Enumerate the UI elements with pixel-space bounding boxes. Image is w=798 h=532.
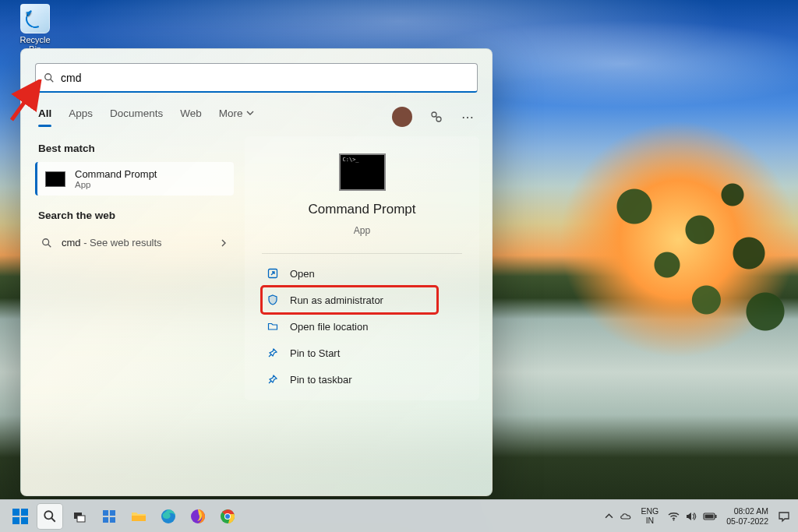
tray-notifications-icon[interactable] (778, 510, 790, 523)
web-result-suffix: - See web results (81, 237, 162, 248)
action-pin-start[interactable]: Pin to Start (262, 340, 462, 366)
svg-rect-24 (715, 515, 717, 518)
taskbar-widgets[interactable] (97, 504, 122, 529)
svg-line-10 (51, 518, 55, 522)
task-view-icon (72, 509, 87, 523)
command-prompt-large-icon (339, 153, 386, 191)
tray-onedrive-icon[interactable] (620, 512, 632, 521)
svg-point-22 (673, 519, 675, 520)
taskbar: ENG IN 08:02 AM 05-07-2022 (0, 499, 798, 532)
pin-icon (267, 373, 279, 386)
svg-rect-12 (77, 516, 85, 522)
tray-battery-icon[interactable] (703, 513, 717, 520)
firefox-icon (190, 509, 206, 524)
clock-date: 05-07-2022 (726, 516, 768, 527)
rewards-icon[interactable] (429, 110, 443, 124)
action-open-location-label: Open file location (290, 321, 368, 333)
action-run-admin[interactable]: Run as administrator (262, 287, 437, 313)
edge-icon (161, 509, 176, 524)
svg-line-7 (48, 244, 51, 247)
svg-line-2 (51, 79, 54, 82)
web-result[interactable]: cmd - See web results (35, 229, 234, 256)
action-open-location[interactable]: Open file location (262, 313, 462, 340)
action-pin-taskbar-label: Pin to taskbar (290, 374, 352, 386)
best-match-kind: App (75, 180, 157, 189)
pin-icon (267, 347, 279, 359)
action-run-admin-label: Run as administrator (290, 294, 383, 306)
tab-documents[interactable]: Documents (110, 107, 163, 127)
lang-top: ENG (641, 507, 659, 516)
svg-rect-14 (110, 510, 115, 516)
tab-more[interactable]: More (219, 107, 254, 127)
tray-clock[interactable]: 08:02 AM 05-07-2022 (726, 506, 768, 526)
search-input[interactable] (61, 72, 469, 84)
tray-chevron-icon[interactable] (605, 512, 613, 520)
taskbar-file-explorer[interactable] (126, 504, 151, 529)
taskbar-edge[interactable] (156, 504, 181, 529)
preview-pane: Command Prompt App Open Run as administr… (245, 136, 479, 400)
folder-icon (267, 320, 279, 333)
command-prompt-icon (45, 171, 65, 187)
taskbar-search[interactable] (37, 504, 62, 529)
best-match-result[interactable]: Command Prompt App (35, 162, 234, 196)
tab-web[interactable]: Web (180, 107, 202, 127)
chrome-icon (220, 509, 235, 524)
recycle-bin-icon (20, 4, 50, 33)
preview-kind: App (354, 225, 370, 236)
svg-point-6 (43, 238, 49, 245)
search-panel: All Apps Documents Web More ⋯ Best match… (20, 48, 493, 496)
tray-wifi-icon[interactable] (668, 512, 680, 521)
action-open[interactable]: Open (262, 260, 462, 287)
shield-icon (267, 294, 279, 306)
search-icon (41, 238, 52, 248)
action-pin-start-label: Pin to Start (290, 347, 340, 359)
web-result-term: cmd (62, 237, 81, 248)
taskbar-task-view[interactable] (67, 504, 92, 529)
svg-point-9 (44, 511, 52, 519)
lang-bot: IN (641, 516, 659, 526)
search-web-heading: Search the web (38, 210, 231, 221)
best-match-heading: Best match (38, 143, 231, 154)
taskbar-chrome[interactable] (215, 504, 240, 529)
svg-rect-13 (103, 510, 108, 516)
action-pin-taskbar[interactable]: Pin to taskbar (262, 366, 462, 393)
svg-point-1 (45, 73, 51, 79)
preview-title: Command Prompt (309, 202, 416, 217)
recycle-bin[interactable]: Recycle Bin (14, 4, 56, 54)
search-icon (43, 509, 57, 523)
folder-icon (131, 509, 147, 523)
svg-rect-25 (705, 514, 714, 518)
chevron-right-icon (220, 239, 228, 247)
tab-more-label: More (219, 107, 243, 119)
search-bar[interactable] (35, 63, 478, 93)
best-match-title: Command Prompt (75, 168, 157, 180)
filter-tabs: All Apps Documents Web More ⋯ (38, 107, 475, 127)
tab-apps[interactable]: Apps (69, 107, 93, 127)
svg-line-5 (436, 116, 437, 118)
chevron-down-icon (246, 109, 254, 117)
more-options-icon[interactable]: ⋯ (461, 110, 475, 124)
tab-all[interactable]: All (38, 107, 51, 127)
svg-rect-16 (110, 517, 115, 523)
svg-point-21 (225, 514, 230, 519)
action-open-label: Open (290, 268, 315, 280)
widgets-icon (101, 509, 117, 524)
clock-time: 08:02 AM (726, 506, 768, 516)
taskbar-firefox[interactable] (185, 504, 210, 529)
start-button[interactable] (8, 504, 33, 529)
open-icon (267, 267, 279, 280)
tray-language[interactable]: ENG IN (641, 507, 659, 525)
svg-rect-15 (103, 517, 108, 523)
tray-volume-icon[interactable] (686, 512, 697, 521)
user-avatar[interactable] (392, 107, 412, 127)
search-icon (44, 72, 55, 83)
